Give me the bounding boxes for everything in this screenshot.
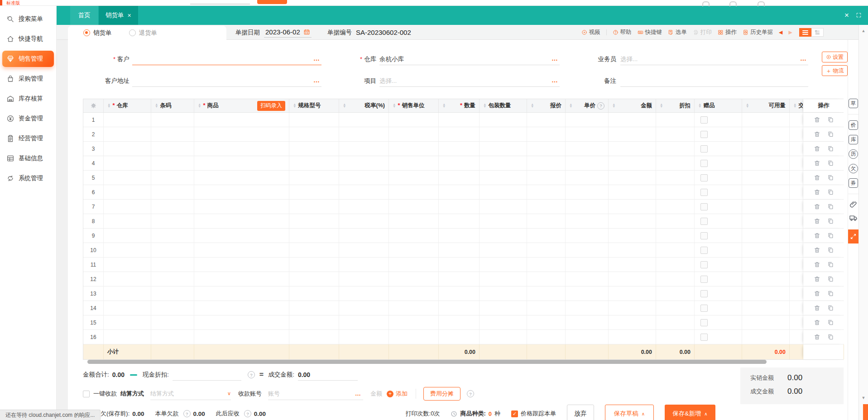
cell-tax[interactable]: [339, 330, 389, 344]
cell-spec[interactable]: [289, 330, 339, 344]
cell-available[interactable]: [742, 229, 790, 243]
cell-barcode[interactable]: [151, 229, 194, 243]
cell-tax[interactable]: [339, 301, 389, 315]
customer-input[interactable]: …: [132, 53, 321, 65]
col-header-quote[interactable]: ▲▼报价: [527, 99, 566, 112]
cell-qty[interactable]: [439, 171, 480, 185]
sidebar-item-purchase[interactable]: 采购管理: [2, 71, 54, 87]
cell-product[interactable]: [194, 301, 289, 315]
cell-price[interactable]: [566, 200, 609, 214]
cell-pack_qty[interactable]: [480, 243, 527, 257]
cell-available[interactable]: [742, 113, 790, 127]
cell-available[interactable]: [742, 301, 790, 315]
cell-unit[interactable]: [389, 200, 439, 214]
cell-warehouse[interactable]: [104, 243, 151, 257]
sort-carets[interactable]: ▲▼: [531, 104, 534, 108]
cell-delivery[interactable]: [790, 301, 803, 315]
help-icon[interactable]: ?: [183, 410, 191, 417]
cell-discount[interactable]: [656, 229, 695, 243]
cell-tax[interactable]: [339, 156, 389, 170]
cell-unit[interactable]: [389, 214, 439, 228]
cell-qty[interactable]: [439, 243, 480, 257]
cell-actions[interactable]: [803, 315, 844, 329]
cell-available[interactable]: [742, 171, 790, 185]
cell-delivery[interactable]: [790, 113, 803, 127]
cell-spec[interactable]: [289, 185, 339, 199]
cell-qty[interactable]: [439, 113, 480, 127]
toolbar-action-help[interactable]: 帮助: [613, 29, 632, 36]
cell-actions[interactable]: [803, 200, 844, 214]
cell-warehouse[interactable]: [104, 214, 151, 228]
cell-delivery[interactable]: [790, 315, 803, 329]
copy-row-icon[interactable]: [827, 305, 834, 311]
cell-pack_qty[interactable]: [480, 330, 527, 344]
cell-barcode[interactable]: [151, 142, 194, 156]
cell-quote[interactable]: [527, 142, 566, 156]
settings-top-icon[interactable]: [758, 1, 765, 6]
salesman-lookup-icon[interactable]: …: [800, 54, 807, 63]
cell-actions[interactable]: [803, 185, 844, 199]
cell-qty[interactable]: [439, 301, 480, 315]
gift-checkbox[interactable]: [700, 276, 708, 283]
cell-amount[interactable]: [609, 243, 656, 257]
sort-carets[interactable]: ▲▼: [746, 104, 749, 108]
sidebar-item-sales[interactable]: 销售管理: [2, 51, 54, 67]
cell-quote[interactable]: [527, 286, 566, 301]
cell-actions[interactable]: [803, 156, 844, 170]
sidebar-item-quick-nav[interactable]: 快捷导航: [2, 31, 54, 47]
cell-amount[interactable]: [609, 185, 656, 199]
cell-quote[interactable]: [527, 156, 566, 170]
copy-row-icon[interactable]: [827, 334, 834, 340]
logistics-button[interactable]: ＋物流: [822, 65, 848, 76]
cell-unit[interactable]: [389, 286, 439, 301]
delete-row-icon[interactable]: [814, 203, 820, 210]
col-header-pack_qty[interactable]: ▲▼包装数量: [480, 99, 527, 112]
sort-carets[interactable]: ▲▼: [343, 104, 346, 108]
cell-discount[interactable]: [656, 272, 695, 286]
rail-history-icon[interactable]: 历: [849, 149, 858, 159]
cell-qty[interactable]: [439, 200, 480, 214]
cell-tax[interactable]: [339, 185, 389, 199]
delete-row-icon[interactable]: [814, 189, 820, 196]
cell-available[interactable]: [742, 286, 790, 301]
sort-carets[interactable]: ▲▼: [793, 104, 796, 108]
sort-carets[interactable]: ▲▼: [483, 104, 486, 108]
cell-gift[interactable]: [695, 127, 742, 141]
gift-checkbox[interactable]: [700, 334, 708, 341]
cell-price[interactable]: [566, 156, 609, 170]
cell-spec[interactable]: [289, 286, 339, 301]
warehouse-lookup-icon[interactable]: …: [551, 54, 558, 63]
help-icon[interactable]: ?: [248, 371, 255, 378]
rail-price-icon[interactable]: 价: [849, 120, 858, 130]
cell-delivery[interactable]: [790, 243, 803, 257]
toolbar-action-history-docs[interactable]: 历史单据: [743, 29, 773, 36]
cell-barcode[interactable]: [151, 286, 194, 301]
cell-barcode[interactable]: [151, 171, 194, 185]
cell-gift[interactable]: [695, 315, 742, 329]
cell-unit[interactable]: [389, 330, 439, 344]
cell-available[interactable]: [742, 243, 790, 257]
cell-amount[interactable]: [609, 171, 656, 185]
calendar-icon[interactable]: [303, 29, 310, 35]
cell-unit[interactable]: [389, 185, 439, 199]
col-header-barcode[interactable]: ▲▼条码: [151, 99, 194, 112]
cash-discount-input[interactable]: [173, 369, 241, 381]
cell-pack_qty[interactable]: [480, 229, 527, 243]
cell-qty[interactable]: [439, 127, 480, 141]
cell-discount[interactable]: [656, 243, 695, 257]
cell-tax[interactable]: [339, 214, 389, 228]
cell-quote[interactable]: [527, 301, 566, 315]
list-view-button[interactable]: [799, 28, 811, 37]
copy-row-icon[interactable]: [827, 319, 834, 326]
col-header-unit[interactable]: ▲▼*销售单位: [389, 99, 439, 112]
sort-carets[interactable]: ▲▼: [393, 104, 396, 108]
cell-product[interactable]: [194, 127, 289, 141]
toolbar-action-operations[interactable]: 操作: [718, 29, 737, 36]
sort-carets[interactable]: ▲▼: [198, 104, 201, 108]
copy-row-icon[interactable]: [827, 116, 834, 123]
cell-amount[interactable]: [609, 330, 656, 344]
rail-delivery-icon[interactable]: [849, 214, 858, 222]
cell-amount[interactable]: [609, 229, 656, 243]
cell-product[interactable]: [194, 229, 289, 243]
cell-spec[interactable]: [289, 113, 339, 127]
